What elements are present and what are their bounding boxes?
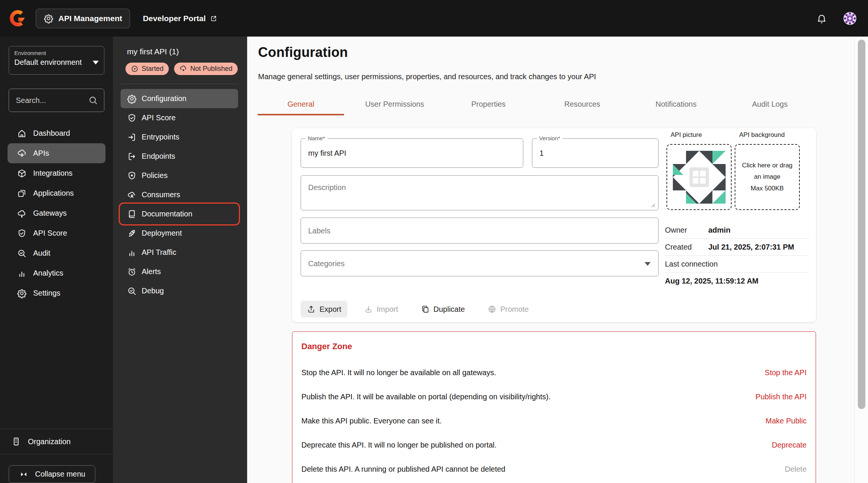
collapse-icon [19,469,29,479]
user-avatar[interactable] [842,11,857,26]
app-switcher-label: API Management [58,14,122,23]
stop-api-link[interactable]: Stop the API [765,368,807,377]
api-nav-item-label: Deployment [142,229,182,238]
publish-api-link[interactable]: Publish the API [755,393,807,401]
api-nav-item-entrypoints[interactable]: Entrypoints [121,127,238,147]
gravitee-logo-icon[interactable] [9,9,27,27]
api-nav-item-api-traffic[interactable]: API Traffic [121,243,238,262]
status-badge-label: Not Published [190,65,232,73]
api-nav-item-configuration[interactable]: Configuration [121,89,238,108]
owner-label: Owner [665,226,708,235]
deprecate-link[interactable]: Deprecate [772,441,807,449]
cloud-gear-icon [17,149,27,158]
api-title: my first API (1) [113,46,247,56]
environment-label: Environment [14,50,99,56]
sidebar-item-dashboard[interactable]: Dashboard [8,123,105,143]
tab-audit-logs[interactable]: Audit Logs [727,96,813,115]
main-sidebar: Environment Default environment Dashboar… [0,37,113,483]
sidebar-item-settings[interactable]: Settings [8,283,105,303]
top-bar: API Management Developer Portal [0,0,868,37]
environment-selector[interactable]: Environment Default environment [9,46,104,75]
api-nav-item-label: Documentation [142,210,193,218]
bar-chart-icon [127,248,137,258]
resize-handle-icon[interactable] [651,203,656,208]
api-picture-dropzone[interactable] [666,144,732,210]
scrollbar-track[interactable] [854,37,868,483]
version-input[interactable] [532,139,658,167]
sidebar-item-label: Audit [33,249,50,258]
tab-user-permissions[interactable]: User Permissions [351,96,438,115]
api-nav-item-label: Policies [142,171,168,180]
api-nav-item-label: Endpoints [142,152,175,161]
sidebar-item-integrations[interactable]: Integrations [8,163,105,183]
api-background-label: API background [739,131,785,139]
search-input[interactable] [15,96,84,105]
sidebar-item-api-score[interactable]: API Score [8,223,105,243]
app-switcher-button[interactable]: API Management [36,9,130,28]
sidebar-item-apis[interactable]: APIs [8,143,105,163]
api-nav-item-alerts[interactable]: Alerts [121,262,238,281]
sidebar-item-label: Gateways [33,209,67,218]
export-label: Export [319,305,341,314]
bar-chart-icon [17,268,27,278]
duplicate-label: Duplicate [434,305,465,314]
name-input[interactable] [301,139,523,167]
api-nav-item-documentation[interactable]: Documentation [121,204,238,224]
last-connection-value: Aug 12, 2025, 11:59:12 AM [665,277,758,285]
scrollbar-thumb[interactable] [858,40,865,409]
api-nav-item-label: API Traffic [142,248,176,257]
developer-portal-label: Developer Portal [143,14,206,23]
cloud-icon [17,209,27,218]
promote-label: Promote [500,305,529,314]
notifications-bell-icon[interactable] [816,12,827,25]
export-button[interactable]: Export [301,301,347,317]
sidebar-item-analytics[interactable]: Analytics [8,263,105,283]
gear-icon [17,288,27,298]
import-button[interactable]: Import [358,301,404,317]
tab-notifications[interactable]: Notifications [633,96,719,115]
upload-icon [307,305,316,314]
sidebar-item-label: Settings [33,289,60,297]
api-nav-item-debug[interactable]: Debug [121,281,238,301]
sidebar-item-audit[interactable]: Audit [8,243,105,263]
divider [0,454,113,454]
search-icon [88,95,98,105]
main-nav-menu: Dashboard APIs Integrations Applications… [0,123,113,303]
tab-general[interactable]: General [258,96,344,115]
developer-portal-link[interactable]: Developer Portal [143,14,217,23]
chevron-down-icon [645,262,651,266]
windows-icon [17,189,27,198]
collapse-menu-button[interactable]: Collapse menu [9,465,95,483]
name-field: Name* [301,138,523,168]
status-badge-label: Started [142,65,164,73]
sidebar-search[interactable] [9,89,104,112]
version-field: Version* [532,138,659,168]
sidebar-item-organization[interactable]: Organization [0,429,113,454]
sidebar-item-gateways[interactable]: Gateways [8,203,105,223]
categories-select[interactable]: Categories [301,250,659,276]
owner-value: admin [708,226,730,235]
description-field[interactable]: Description [301,175,659,210]
api-nav-item-policies[interactable]: Policies [121,166,238,185]
api-nav-item-consumers[interactable]: Consumers [121,185,238,204]
divider [121,84,239,84]
delete-link[interactable]: Delete [785,465,807,474]
tab-resources[interactable]: Resources [539,96,625,115]
api-background-dropzone[interactable]: Click here or drag an image Max 500KB [735,144,800,210]
danger-row-delete: Delete this API. A running or published … [301,457,807,481]
api-nav-item-deployment[interactable]: Deployment [121,224,238,243]
tab-properties[interactable]: Properties [445,96,532,115]
environment-value: Default environment [14,58,82,67]
copy-icon [421,305,430,314]
api-nav-item-endpoints[interactable]: Endpoints [121,147,238,166]
promote-button[interactable]: Promote [481,301,535,317]
sidebar-item-label: Dashboard [33,129,70,138]
make-public-link[interactable]: Make Public [766,417,807,425]
api-nav-item-api-score[interactable]: API Score [121,108,238,127]
sidebar-item-applications[interactable]: Applications [8,183,105,203]
search-check-icon [127,286,137,296]
created-row: Created Jul 21, 2025, 2:07:31 PM [665,239,809,256]
labels-field[interactable]: Labels [301,218,659,244]
import-label: Import [377,305,398,314]
duplicate-button[interactable]: Duplicate [415,301,471,317]
